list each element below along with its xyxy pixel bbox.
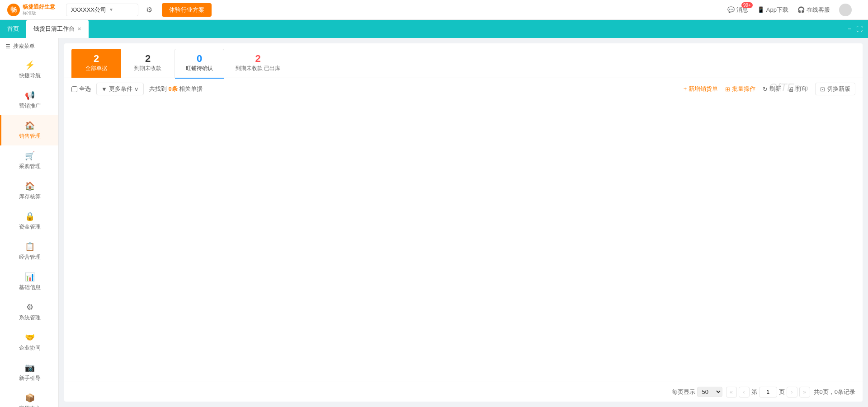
gear-icon: ⚙ — [146, 5, 152, 14]
tab-minimize-icon[interactable]: － — [846, 25, 853, 33]
online-service-label: 在线客服 — [807, 6, 830, 14]
sidebar-item-operations[interactable]: 📋 经营管理 — [0, 236, 58, 267]
filter-icon: ▼ — [101, 86, 107, 93]
basic-info-icon: 📊 — [25, 272, 35, 282]
next-page-icon: › — [791, 389, 793, 395]
online-service-button[interactable]: 🎧 在线客服 — [797, 6, 830, 14]
prev-page-button[interactable]: ‹ — [739, 387, 750, 398]
stat-overdue-label: 到期未收款 — [134, 65, 161, 72]
tab-home[interactable]: 首页 — [0, 20, 26, 38]
stat-tab-overdue[interactable]: 2 到期未收款 — [123, 49, 173, 78]
service-icon: 🎧 — [797, 6, 805, 13]
sidebar-item-sales[interactable]: 🏠 销售管理 — [0, 115, 58, 145]
page-number-input[interactable] — [759, 387, 777, 398]
switch-icon: ⊡ — [820, 86, 825, 93]
tab-workbench[interactable]: 钱货日清工作台 ✕ — [26, 20, 89, 38]
add-sales-order-button[interactable]: + 新增销货单 — [684, 85, 718, 93]
filter-button[interactable]: ▼ 更多条件 ∨ — [96, 83, 144, 95]
sidebar-item-marketing[interactable]: 📢 营销推广 — [0, 85, 58, 115]
inventory-icon: 🏠 — [25, 181, 35, 191]
stat-overdue-number: 2 — [145, 53, 151, 65]
header-right: 💬 消息 99+ 📱 App下载 🎧 在线客服 — [727, 4, 861, 16]
batch-icon: ⊞ — [725, 86, 730, 93]
filter-chevron-icon: ∨ — [134, 86, 139, 93]
app-download-button[interactable]: 📱 App下载 — [757, 6, 788, 14]
tab-bar: 首页 钱货日清工作台 ✕ － ⛶ — [0, 20, 868, 38]
select-all-checkbox[interactable]: 全选 — [71, 85, 91, 93]
sidebar-item-system[interactable]: ⚙ 系统管理 — [0, 297, 58, 327]
stat-tab-shipped[interactable]: 2 到期未收款 已出库 — [226, 49, 290, 78]
main-layout: ☰ 搜索菜单 ⚡ 快捷导航 📢 营销推广 🏠 销售管理 🛒 采购管理 🏠 库存核… — [0, 38, 868, 407]
tab-right-actions: － ⛶ — [846, 25, 868, 33]
download-icon: 📱 — [757, 6, 764, 13]
sidebar-item-enterprise-collab[interactable]: 🤝 企业协同 — [0, 327, 58, 357]
sidebar-item-app-center[interactable]: 📦 应用中心 — [0, 388, 58, 407]
batch-label: 批量操作 — [732, 85, 755, 93]
stat-all-label: 全部单据 — [85, 65, 107, 72]
sidebar-item-label: 基础信息 — [19, 284, 41, 291]
footer-pagination: 每页显示 50 20 100 « ‹ 第 页 — [64, 382, 863, 402]
sidebar-item-quick-nav[interactable]: ⚡ 快捷导航 — [0, 55, 58, 85]
switch-new-version-button[interactable]: ⊡ 切换新版 — [815, 83, 855, 95]
avatar[interactable] — [839, 4, 852, 16]
message-badge: 99+ — [741, 2, 753, 8]
finance-icon: 🔒 — [25, 211, 35, 221]
app-download-label: App下载 — [766, 6, 788, 14]
sidebar-item-label: 应用中心 — [19, 405, 41, 407]
marketing-icon: 📢 — [25, 90, 35, 100]
last-page-icon: » — [803, 389, 806, 395]
stat-tab-wangpu[interactable]: 0 旺铺待确认 — [175, 49, 224, 78]
sidebar-item-label: 企业协同 — [19, 344, 41, 352]
trial-button[interactable]: 体验行业方案 — [162, 3, 212, 17]
print-button[interactable]: 🖨 打印 — [788, 85, 808, 93]
found-prefix: 共找到 — [149, 85, 167, 92]
first-page-button[interactable]: « — [726, 387, 737, 398]
message-button[interactable]: 💬 消息 99+ — [727, 6, 748, 14]
app-center-icon: 📦 — [25, 393, 35, 403]
sidebar-item-label: 经营管理 — [19, 253, 41, 261]
quick-nav-icon: ⚡ — [25, 60, 35, 70]
collab-icon: 🤝 — [25, 332, 35, 342]
sidebar-item-guide[interactable]: 📷 新手引导 — [0, 357, 58, 388]
batch-operations-button[interactable]: ⊞ 批量操作 — [725, 85, 755, 93]
filter-label: 更多条件 — [109, 85, 132, 93]
page-navigation: « ‹ 第 页 › » — [726, 387, 810, 398]
sidebar-item-label: 新手引导 — [19, 374, 41, 382]
stat-tab-all[interactable]: 2 全部单据 — [71, 49, 121, 78]
toolbar: 全选 ▼ 更多条件 ∨ 共找到 0条 相关单据 + 新增销货单 ⊞ 批量操 — [64, 78, 863, 100]
stat-wangpu-label: 旺铺待确认 — [186, 65, 213, 72]
page-label: 第 — [751, 388, 757, 396]
sidebar-item-finance[interactable]: 🔒 资金管理 — [0, 206, 58, 236]
sidebar-item-label: 营销推广 — [19, 102, 41, 110]
top-header: 畅 畅捷通好生意 标准版 XXXXXX公司 ▼ ⚙ 体验行业方案 💬 消息 99… — [0, 0, 868, 20]
stat-wangpu-number: 0 — [197, 53, 202, 65]
tab-expand-icon[interactable]: ⛶ — [856, 25, 863, 33]
logo-icon: 畅 — [7, 4, 20, 16]
search-icon: ☰ — [5, 43, 10, 50]
switch-label: 切换新版 — [827, 85, 850, 93]
page-size-select[interactable]: 50 20 100 — [697, 387, 722, 397]
stats-tabs: 2 全部单据 2 到期未收款 0 旺铺待确认 2 到期未收款 已出库 — [64, 43, 863, 78]
select-all-input[interactable] — [71, 86, 77, 92]
app-version: 标准版 — [23, 10, 55, 16]
sidebar-item-purchase[interactable]: 🛒 采购管理 — [0, 145, 58, 176]
select-all-label: 全选 — [79, 85, 91, 93]
table-area — [64, 100, 863, 382]
refresh-button[interactable]: ↻ 刷新 — [763, 85, 781, 93]
content-area: 2 全部单据 2 到期未收款 0 旺铺待确认 2 到期未收款 已出库 — [59, 38, 868, 407]
page-size-label: 每页显示 — [672, 388, 695, 396]
settings-button[interactable]: ⚙ — [142, 3, 156, 17]
company-selector[interactable]: XXXXXX公司 ▼ — [66, 4, 138, 16]
sidebar-item-inventory[interactable]: 🏠 库存核算 — [0, 176, 58, 206]
last-page-button[interactable]: » — [799, 387, 810, 398]
total-records-label: 共0页，0条记录 — [814, 388, 855, 396]
next-page-button[interactable]: › — [787, 387, 797, 398]
refresh-icon: ↻ — [763, 86, 768, 93]
search-menu-button[interactable]: ☰ 搜索菜单 — [0, 38, 58, 55]
sidebar-item-basic-info[interactable]: 📊 基础信息 — [0, 267, 58, 297]
tab-close-icon[interactable]: ✕ — [77, 26, 81, 32]
operations-icon: 📋 — [25, 242, 35, 252]
sidebar-item-label: 采购管理 — [19, 163, 41, 170]
tab-workbench-label: 钱货日清工作台 — [33, 25, 75, 33]
stat-all-number: 2 — [94, 53, 99, 65]
